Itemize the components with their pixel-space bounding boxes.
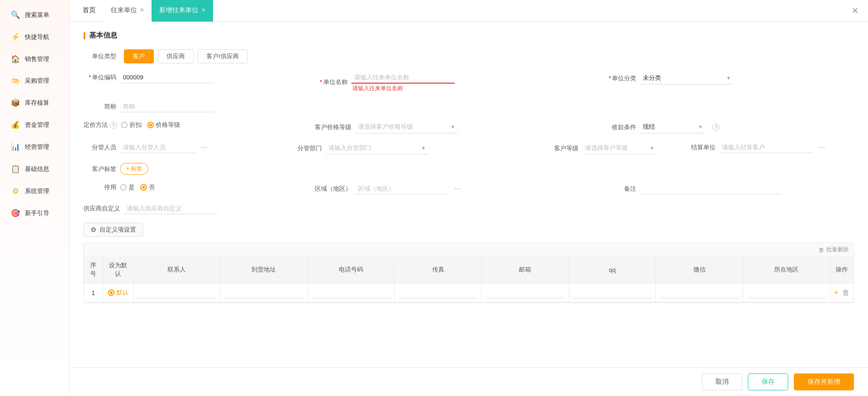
trash-icon: 🗑 <box>819 247 824 253</box>
payment-terms-help-icon[interactable]: ? <box>712 124 720 131</box>
save-button[interactable]: 保存 <box>748 373 788 390</box>
cell-address <box>221 283 308 303</box>
disabled-yes-option[interactable]: 是 <box>120 183 135 192</box>
pricing-level-option[interactable]: 价格等级 <box>147 121 180 129</box>
save-add-button[interactable]: 保存并新增 <box>794 373 854 390</box>
contact-table-container: 🗑 批量删除 序号 设为默认 联系人 到货地址 电话号码 传真 邮箱 qq <box>84 242 854 303</box>
region-more-icon[interactable]: ··· <box>453 185 463 193</box>
short-name-input[interactable] <box>120 101 214 112</box>
tab-bar: 首页 往来单位 ✕ 新增往来单位 ✕ ✕ <box>69 0 868 22</box>
pricing-help-icon[interactable]: ? <box>110 121 117 129</box>
sidebar-item-finance[interactable]: 💰 资金管理 <box>0 114 69 136</box>
sidebar-label-quick-nav: 快捷导航 <box>25 33 49 41</box>
unit-type-row: 单位类型 客户 供应商 客户/供应商 <box>84 49 854 63</box>
code-label: *单位编码 <box>84 73 116 82</box>
sidebar-item-search[interactable]: 🔍 搜索菜单 <box>0 4 69 26</box>
customer-level-arrow-icon: ▼ <box>649 145 655 151</box>
row-contact-input[interactable] <box>137 287 217 298</box>
sidebar-item-beginner[interactable]: 🎯 新手引导 <box>0 202 69 224</box>
sidebar-item-system[interactable]: ⚙ 系统管理 <box>0 180 69 202</box>
customer-level-label: 客户等级 <box>546 144 579 153</box>
row-default-option[interactable]: 默认 <box>108 288 129 297</box>
row-qq-input[interactable] <box>573 287 652 298</box>
purchase-icon: 🛍 <box>11 77 20 85</box>
row-short-name: 简称 <box>84 101 854 112</box>
tab-new-partner[interactable]: 新增往来单位 ✕ <box>152 0 213 22</box>
settlement-input[interactable] <box>719 142 813 153</box>
customer-tag-label: 客户标签 <box>84 165 116 173</box>
sidebar-item-quick-nav[interactable]: ⚡ 快捷导航 <box>0 26 69 48</box>
sidebar-item-operations[interactable]: 📊 经营管理 <box>0 136 69 158</box>
supplier-custom-label: 供应商自定义 <box>84 204 120 213</box>
name-label: *单位名称 <box>315 78 348 86</box>
custom-settings-button[interactable]: ⚙ 自定义项设置 <box>84 223 143 237</box>
window-close-button[interactable]: ✕ <box>848 6 862 16</box>
code-input[interactable] <box>120 72 214 83</box>
add-tag-button[interactable]: + 标签 <box>120 163 148 175</box>
gear-icon: ⚙ <box>91 226 97 233</box>
field-short-name: 简称 <box>84 101 304 112</box>
settlement-more-icon[interactable]: ··· <box>817 143 827 152</box>
cell-wechat <box>656 283 743 303</box>
field-customer-level: 客户等级 请选择客户等级 ▼ <box>546 142 683 155</box>
row-default-radio[interactable] <box>108 289 114 296</box>
row-fax-input[interactable] <box>398 287 478 298</box>
settlement-label: 结算单位 <box>683 143 716 152</box>
sidebar-label-purchase: 采购管理 <box>25 77 49 85</box>
field-pricing: 定价方法 ? 折扣 价格等级 <box>84 121 315 129</box>
disabled-no-radio[interactable] <box>140 184 147 191</box>
tab-new-partner-close[interactable]: ✕ <box>201 7 206 13</box>
name-input[interactable] <box>351 72 455 84</box>
category-value: 未分类 <box>643 74 726 82</box>
payment-terms-label: 收款条件 <box>603 123 636 132</box>
customer-level-select[interactable]: 请选择客户等级 ▼ <box>582 142 657 155</box>
field-code: *单位编码 <box>84 72 315 83</box>
manager-more-icon[interactable]: ··· <box>199 143 209 152</box>
customer-price-select[interactable]: 请选择客户价格等级 ▼ <box>355 121 458 133</box>
supplier-custom-input[interactable] <box>124 203 218 214</box>
manager-input[interactable] <box>120 142 195 153</box>
tab-partners-close[interactable]: ✕ <box>140 7 144 13</box>
payment-terms-arrow-icon: ▼ <box>698 124 703 130</box>
row-customer-tag: 客户标签 + 标签 <box>84 163 854 175</box>
row-email-input[interactable] <box>486 287 565 298</box>
sidebar-item-sales[interactable]: 🏠 销售管理 <box>0 48 69 70</box>
add-row-button[interactable]: + <box>834 288 838 297</box>
disabled-no-option[interactable]: 否 <box>140 183 155 192</box>
tab-home-label: 首页 <box>83 6 96 15</box>
pricing-discount-radio[interactable] <box>121 122 128 128</box>
row-address-input[interactable] <box>224 287 304 298</box>
sidebar-item-inventory[interactable]: 📦 库存核算 <box>0 92 69 114</box>
delete-row-button[interactable]: 🗑 <box>842 288 850 297</box>
sidebar-item-basic-info[interactable]: 📋 基础信息 <box>0 158 69 180</box>
payment-terms-select[interactable]: 现结 ▼ <box>640 121 706 133</box>
sidebar-label-basic-info: 基础信息 <box>25 165 49 173</box>
unit-type-supplier[interactable]: 供应商 <box>158 49 194 63</box>
tab-home[interactable]: 首页 <box>75 0 103 22</box>
beginner-icon: 🎯 <box>11 209 20 217</box>
category-select[interactable]: 未分类 ▼ <box>640 72 734 85</box>
disabled-yes-radio[interactable] <box>120 184 127 191</box>
tab-new-partner-label: 新增往来单位 <box>159 6 198 15</box>
contact-table: 序号 设为默认 联系人 到货地址 电话号码 传真 邮箱 qq 微信 所在地区 操… <box>84 256 853 303</box>
field-manager: 分管人员 ··· <box>84 142 289 153</box>
field-customer-price: 客户价格等级 请选择客户价格等级 ▼ <box>315 121 604 133</box>
field-customer-tag: 客户标签 + 标签 <box>84 163 854 175</box>
remark-input[interactable] <box>640 183 781 194</box>
row-phone-input[interactable] <box>312 287 391 298</box>
field-supplier-custom: 供应商自定义 <box>84 203 304 214</box>
tab-partners[interactable]: 往来单位 ✕ <box>103 0 152 22</box>
dept-select[interactable]: 请输入分管部门 ▼ <box>326 142 429 155</box>
row-wechat-input[interactable] <box>660 287 739 298</box>
row-region-input[interactable] <box>747 287 826 298</box>
unit-type-customer[interactable]: 客户 <box>124 49 154 63</box>
row-action-buttons: + 🗑 <box>834 288 850 297</box>
sidebar-label-inventory: 库存核算 <box>25 99 49 107</box>
batch-delete-button[interactable]: 🗑 批量删除 <box>819 246 849 254</box>
pricing-discount-option[interactable]: 折扣 <box>121 121 142 129</box>
cancel-button[interactable]: 取消 <box>702 373 742 390</box>
unit-type-both[interactable]: 客户/供应商 <box>198 49 248 63</box>
region-input[interactable] <box>355 183 449 194</box>
sidebar-item-purchase[interactable]: 🛍 采购管理 <box>0 70 69 92</box>
pricing-level-radio[interactable] <box>147 122 154 128</box>
